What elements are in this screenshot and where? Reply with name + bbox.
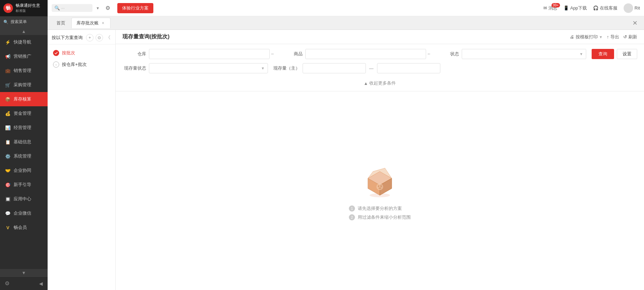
wechat-icon: 💬 xyxy=(5,210,11,216)
finance-icon: 💰 xyxy=(5,110,11,116)
export-label: 导出 xyxy=(610,34,619,40)
empty-tip-1: 1 请先选择要分析的方案 xyxy=(349,205,411,212)
topbar-settings-btn[interactable]: ⚙ xyxy=(103,3,113,13)
sidebar-item-purchase[interactable]: 🛒 采购管理 xyxy=(0,78,48,92)
collapse-conditions-btn[interactable]: ▲ 收起更多条件 xyxy=(122,77,637,86)
sidebar-item-quick-nav[interactable]: ⚡ 快捷导航 xyxy=(0,35,48,49)
topbar-search-icon: 🔍 xyxy=(54,5,60,11)
status-chevron-icon: ▼ xyxy=(579,52,583,56)
empty-tips: 1 请先选择要分析的方案 2 用过滤条件来缩小分析范围 xyxy=(349,205,411,220)
collapse-panel-btn[interactable]: 《 xyxy=(105,35,111,41)
plan-label: 按批次 xyxy=(62,50,75,56)
app-logo: 畅 xyxy=(3,3,13,13)
sales-icon: 💼 xyxy=(5,68,11,74)
online-service-btn[interactable]: 🎧 在线客服 xyxy=(593,5,617,11)
sidebar-item-inventory[interactable]: 📦 库存核算 xyxy=(0,92,48,106)
left-panel-title: 按以下方案查询 xyxy=(52,35,83,41)
sidebar-item-label: 快捷导航 xyxy=(14,39,31,45)
plan-inactive-icon: ○ xyxy=(53,61,59,68)
user-avatar-btn[interactable]: Rit xyxy=(624,3,640,13)
main-area: 🔍 ··· ▼ ⚙ 体验行业方案 ✉ 消息 99+ 📱 App下载 🎧 在线客服… xyxy=(48,0,644,290)
trial-btn[interactable]: 体验行业方案 xyxy=(117,3,153,13)
sidebar-item-label: 销售管理 xyxy=(14,68,31,74)
sidebar-item-apps[interactable]: 🔲 应用中心 xyxy=(0,192,48,206)
sidebar-item-label: 新手引导 xyxy=(14,182,31,188)
plan-item-warehouse-batch[interactable]: ○ 按仓库+批次 xyxy=(48,59,115,70)
app-company: 畅康通好生意 xyxy=(16,3,40,8)
apps-icon: 🔲 xyxy=(5,196,11,202)
warehouse-input[interactable] xyxy=(149,49,270,59)
home-tab-label: 首页 xyxy=(56,20,65,26)
export-btn[interactable]: ↑ 导出 xyxy=(607,34,620,40)
tab-home[interactable]: 首页 xyxy=(52,18,70,28)
topbar-dropdown-icon[interactable]: ▼ xyxy=(96,6,100,10)
sidebar-search[interactable]: 🔍 搜索菜单 xyxy=(0,16,48,28)
app-download-btn[interactable]: 📱 App下载 xyxy=(563,5,587,11)
sidebar-settings-icon[interactable]: ⚙ xyxy=(5,280,10,287)
tab-inventory-batch[interactable]: 库存批次账 × xyxy=(71,18,111,28)
sidebar-item-label: 畅会员 xyxy=(14,224,27,231)
sidebar-item-system[interactable]: ⚙️ 系统管理 xyxy=(0,149,48,163)
plan-label: 按仓库+批次 xyxy=(62,61,87,68)
app-edition: 标准版 xyxy=(16,8,40,13)
svg-point-6 xyxy=(378,185,379,186)
sidebar-item-label: 经营管理 xyxy=(14,125,31,131)
add-plan-btn[interactable]: + xyxy=(86,34,94,41)
messages-btn[interactable]: ✉ 消息 99+ xyxy=(543,5,557,11)
plan-item-batch[interactable]: 按批次 xyxy=(48,47,115,59)
sidebar-item-sales[interactable]: 💼 销售管理 xyxy=(0,64,48,78)
action-buttons: 查询 设置 xyxy=(592,49,637,59)
empty-illustration xyxy=(361,161,399,199)
settings-circle-icon: ⊙ xyxy=(98,35,101,40)
panel-close-btn[interactable]: ✕ xyxy=(630,18,640,28)
topbar-search-box[interactable]: 🔍 ··· xyxy=(52,4,92,12)
sidebar-nav: ⚡ 快捷导航 📢 营销推广 💼 销售管理 🛒 采购管理 📦 库存核算 💰 资金管… xyxy=(0,35,48,269)
add-icon: + xyxy=(88,35,91,40)
goods-input[interactable] xyxy=(305,49,426,59)
query-btn[interactable]: 查询 xyxy=(592,49,614,59)
svg-point-7 xyxy=(381,185,382,186)
sidebar-item-wechat[interactable]: 💬 企业微信 xyxy=(0,206,48,220)
topbar-search-placeholder: ··· xyxy=(61,6,65,11)
refresh-btn[interactable]: ↺ 刷新 xyxy=(623,34,637,40)
left-panel-actions: + ⊙ 《 xyxy=(86,34,111,41)
warehouse-label: 仓库 xyxy=(122,51,146,57)
plan-active-icon xyxy=(53,50,59,56)
service-icon: 🎧 xyxy=(593,5,598,11)
sidebar-item-label: 采购管理 xyxy=(14,82,31,88)
topbar: 🔍 ··· ▼ ⚙ 体验行业方案 ✉ 消息 99+ 📱 App下载 🎧 在线客服… xyxy=(48,0,644,16)
sidebar-scroll-down-btn[interactable]: ▼ xyxy=(0,269,48,276)
tab-close-btn[interactable]: × xyxy=(101,21,105,25)
marketing-icon: 📢 xyxy=(5,53,11,59)
left-panel-header: 按以下方案查询 + ⊙ 《 xyxy=(48,30,115,44)
filter-area: 仓库 ··· 商品 ··· xyxy=(116,44,644,91)
sidebar-item-vip[interactable]: V 畅会员 xyxy=(0,220,48,235)
page-header: 现存量查询(按批次) 🖨 按模板打印 ▼ ↑ 导出 ↺ 刷新 xyxy=(116,30,644,44)
sidebar-item-marketing[interactable]: 📢 营销推广 xyxy=(0,49,48,64)
sidebar-footer: ⚙ ◀ xyxy=(0,276,48,290)
left-panel: 按以下方案查询 + ⊙ 《 xyxy=(48,30,116,290)
page-title: 现存量查询(按批次) xyxy=(122,33,170,40)
inventory-status-select[interactable]: ▼ xyxy=(149,63,268,73)
plan-settings-btn[interactable]: ⊙ xyxy=(96,34,103,41)
sidebar-collapse-icon[interactable]: ◀ xyxy=(39,281,43,286)
settings-btn[interactable]: 设置 xyxy=(617,49,637,59)
user-name: Rit xyxy=(634,5,640,11)
sidebar-item-newbie[interactable]: 🎯 新手引导 xyxy=(0,178,48,192)
sidebar-item-label: 企业微信 xyxy=(14,210,31,216)
tip-number-1: 1 xyxy=(349,205,355,212)
sidebar-item-basics[interactable]: 📋 基础信息 xyxy=(0,135,48,149)
print-template-btn[interactable]: 🖨 按模板打印 ▼ xyxy=(570,34,603,40)
warehouse-more-icon[interactable]: ··· xyxy=(271,51,273,57)
tip-1-text: 请先选择要分析的方案 xyxy=(358,205,402,212)
sidebar-item-enterprise[interactable]: 🤝 企业协同 xyxy=(0,163,48,178)
sidebar-scroll-up-btn[interactable]: ▲ xyxy=(0,28,48,35)
sidebar-item-finance[interactable]: 💰 资金管理 xyxy=(0,106,48,121)
collapse-left-icon: 《 xyxy=(106,35,111,41)
inventory-qty-max[interactable] xyxy=(377,63,440,73)
sidebar-item-operations[interactable]: 📊 经营管理 xyxy=(0,121,48,135)
inventory-qty-min[interactable] xyxy=(303,63,366,73)
status-select[interactable]: ▼ xyxy=(462,49,586,59)
goods-more-icon[interactable]: ··· xyxy=(427,51,430,57)
warehouse-filter: 仓库 ··· xyxy=(122,49,273,59)
